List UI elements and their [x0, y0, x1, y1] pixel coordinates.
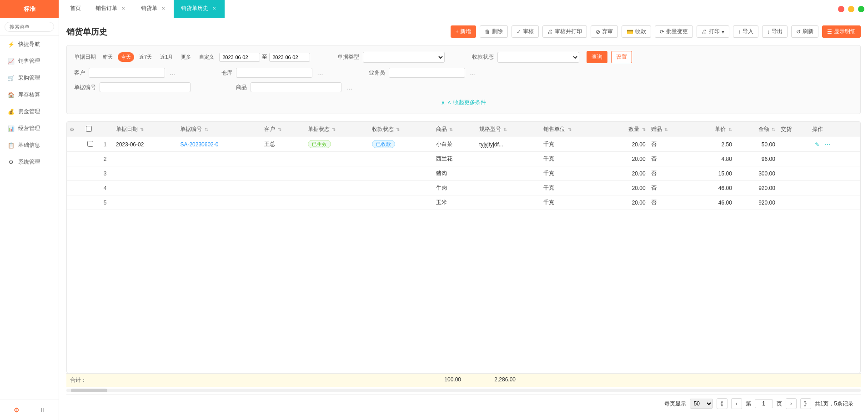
filter-row-1: 单据日期 昨天 今天 近7天 近1月 更多 自定义 至 单据类型	[74, 51, 853, 63]
system-mgmt-icon: ⚙	[7, 159, 15, 166]
tab-sales-history[interactable]: 销货单历史 ✕	[174, 0, 225, 18]
goods-dots[interactable]: …	[346, 84, 352, 91]
type-select[interactable]	[363, 52, 445, 63]
page-size-select[interactable]: 50 100	[690, 399, 713, 409]
th-trade[interactable]: 交货	[778, 122, 809, 137]
th-rownum	[97, 122, 113, 137]
sidebar-item-operation[interactable]: 📊 经营管理	[0, 120, 59, 137]
th-customer[interactable]: 客户 ⇅	[261, 122, 305, 137]
warehouse-label: 仓库	[221, 69, 232, 77]
th-pay-status[interactable]: 收款状态 ⇅	[369, 122, 433, 137]
tab-sales-history-close[interactable]: ✕	[211, 5, 217, 12]
th-qty[interactable]: 数量 ⇅	[605, 122, 648, 137]
search-menu-input[interactable]	[5, 22, 54, 32]
window-minimize-btn[interactable]	[848, 6, 854, 12]
batch-change-button[interactable]: ⟳ 批量变更	[655, 25, 693, 38]
window-maximize-btn[interactable]	[858, 6, 864, 12]
cell-spec	[477, 166, 541, 181]
sidebar-item-quick-nav[interactable]: ⚡ 快捷导航	[0, 36, 59, 53]
th-doc-status[interactable]: 单据状态 ⇅	[305, 122, 369, 137]
more-action-btn[interactable]: ⋯	[822, 140, 833, 149]
prev-page-button[interactable]: ‹	[731, 398, 742, 409]
next-page-button[interactable]: ›	[786, 398, 797, 409]
print-button[interactable]: 🖨 打印 ▾	[697, 25, 729, 38]
customer-dots[interactable]: …	[170, 69, 176, 76]
doc-no-link[interactable]: SA-20230602-0	[180, 141, 218, 148]
th-date[interactable]: 单据日期 ⇅	[113, 122, 177, 137]
cell-checkbox	[83, 152, 97, 166]
filter-staff: 业务员 …	[369, 68, 476, 78]
goods-input[interactable]	[251, 82, 341, 92]
show-details-button[interactable]: ☰ 显示明细	[822, 25, 861, 38]
edit-action-btn[interactable]: ✎	[812, 140, 822, 149]
audit-button[interactable]: ✓ 审核	[512, 25, 539, 38]
sidebar-item-basic-info[interactable]: 📋 基础信息	[0, 137, 59, 154]
sidebar-item-finance[interactable]: 💰 资金管理	[0, 103, 59, 120]
customer-input[interactable]	[89, 68, 165, 78]
cell-action	[809, 195, 860, 210]
abandon-button[interactable]: ⊘ 弃审	[591, 25, 618, 38]
warehouse-dots[interactable]: …	[317, 69, 323, 76]
window-close-btn[interactable]	[838, 6, 844, 12]
date-btn-1month[interactable]: 近1月	[157, 52, 176, 62]
import-button[interactable]: ↑ 导入	[733, 25, 758, 38]
warehouse-input[interactable]	[236, 68, 312, 78]
tab-sales-goods[interactable]: 销货单 ✕	[134, 0, 174, 18]
date-btn-7days[interactable]: 近7天	[136, 52, 155, 62]
date-btn-custom[interactable]: 自定义	[196, 52, 217, 62]
sidebar-item-sales-mgmt[interactable]: 📈 销售管理	[0, 53, 59, 70]
sort-docstatus-icon: ⇅	[332, 127, 336, 132]
th-unit[interactable]: 销售单位 ⇅	[541, 122, 605, 137]
row-checkbox[interactable]	[87, 141, 93, 147]
column-settings-icon[interactable]: ⚙	[70, 126, 75, 133]
new-button[interactable]: + 新增	[451, 25, 476, 38]
staff-dots[interactable]: …	[470, 69, 476, 76]
sidebar-item-inventory[interactable]: 🏠 库存核算	[0, 86, 59, 103]
date-btn-more[interactable]: 更多	[178, 52, 194, 62]
cell-amount: 920.00	[735, 181, 778, 195]
date-btn-today[interactable]: 今天	[118, 52, 134, 62]
date-from-input[interactable]	[219, 53, 260, 62]
last-page-button[interactable]: ⟫	[800, 398, 811, 409]
date-separator: 至	[262, 53, 267, 61]
sidebar-item-system-mgmt[interactable]: ⚙ 系统管理	[0, 154, 59, 170]
audit-print-icon: 🖨	[547, 29, 553, 35]
staff-input[interactable]	[389, 68, 465, 78]
pay-status-select[interactable]	[497, 52, 579, 63]
doc-no-input[interactable]	[100, 82, 191, 92]
sidebar-item-label: 基础信息	[18, 141, 40, 149]
app-logo: 标准	[0, 0, 59, 18]
query-button[interactable]: 查询	[587, 51, 607, 63]
audit-print-button[interactable]: 🖨 审核并打印	[542, 25, 587, 38]
export-button[interactable]: ↓ 导出	[762, 25, 788, 38]
sidebar-settings-icon[interactable]: ⚙	[14, 406, 20, 414]
th-goods[interactable]: 商品 ⇅	[433, 122, 477, 137]
date-to-input[interactable]	[269, 53, 310, 62]
page-number-input[interactable]	[755, 399, 773, 408]
cell-settings	[67, 166, 83, 181]
sidebar-collapse-icon[interactable]: ⏸	[39, 406, 45, 414]
import-icon: ↑	[738, 29, 741, 35]
tab-sales-goods-close[interactable]: ✕	[160, 5, 166, 12]
tab-home[interactable]: 首页	[63, 0, 88, 18]
sidebar-item-purchase-mgmt[interactable]: 🛒 采购管理	[0, 70, 59, 86]
refresh-button[interactable]: ↺ 刷新	[791, 25, 818, 38]
first-page-button[interactable]: ⟪	[717, 398, 728, 409]
scrollbar-thumb[interactable]	[71, 389, 107, 392]
th-amount[interactable]: 金额 ⇅	[735, 122, 778, 137]
date-btn-yesterday[interactable]: 昨天	[100, 52, 116, 62]
delete-button[interactable]: 🗑 删除	[480, 25, 508, 38]
collect-button[interactable]: 💳 收款	[622, 25, 651, 38]
cell-action	[809, 166, 860, 181]
tab-sales-order[interactable]: 销售订单 ✕	[88, 0, 134, 18]
cell-trade	[778, 181, 809, 195]
th-gift[interactable]: 赠品 ⇅	[648, 122, 692, 137]
th-doc-no[interactable]: 单据编号 ⇅	[177, 122, 261, 137]
th-spec[interactable]: 规格型号 ⇅	[477, 122, 541, 137]
tab-sales-order-close[interactable]: ✕	[120, 5, 126, 12]
select-all-checkbox[interactable]	[86, 126, 92, 132]
settings-button[interactable]: 设置	[611, 51, 632, 63]
th-price[interactable]: 单价 ⇅	[692, 122, 735, 137]
cell-date: 2023-06-02	[113, 137, 177, 152]
collapse-button[interactable]: ∧ ∧ 收起更多条件	[441, 97, 486, 108]
